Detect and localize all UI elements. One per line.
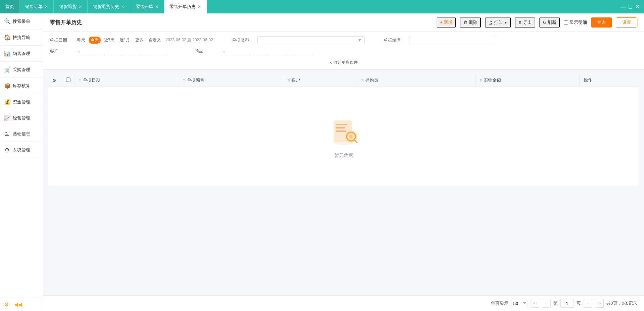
filter-area: 单据日期 昨天 今天 近7天 近1月 更多 自定义 2023-06-02 至 2… xyxy=(43,32,644,70)
settings-button[interactable]: 设置 xyxy=(616,17,637,28)
date-option-more[interactable]: 更多 xyxy=(133,37,145,44)
sidebar-item-nav[interactable]: 🏠 快捷导航 xyxy=(0,30,43,46)
sidebar-item-system[interactable]: ⚙ 系统管理 xyxy=(0,142,43,158)
date-option-1month[interactable]: 近1月 xyxy=(118,37,132,44)
tab-retail-order-label: 零售开单 xyxy=(136,4,153,10)
finance-icon: 💰 xyxy=(4,99,10,105)
display-detail-checkbox[interactable] xyxy=(564,20,568,25)
per-page-label: 每页显示 xyxy=(491,300,508,306)
nav-tabs: 首页 销售订单 ✕ 销货退货 ✕ 销货退货历史 ✕ 零售开单 ✕ 零售开单历史 … xyxy=(0,0,207,13)
sidebar-settings-button[interactable]: ⚙ xyxy=(4,301,9,308)
sidebar-item-inventory[interactable]: 📦 库存核算 xyxy=(0,78,43,94)
th-customer[interactable]: 客户 xyxy=(283,74,357,87)
print-dropdown-icon: ▼ xyxy=(504,21,507,24)
date-option-custom[interactable]: 自定义 xyxy=(147,37,163,44)
maximize-button[interactable]: □ xyxy=(629,4,632,10)
date-option-today[interactable]: 今天 xyxy=(89,37,101,44)
sidebar-item-finance[interactable]: 💰 资金管理 xyxy=(0,94,43,110)
tab-retail-order[interactable]: 零售开单 ✕ xyxy=(130,0,164,13)
inventory-icon: 📦 xyxy=(4,83,10,89)
empty-state: 暂无数据 xyxy=(48,87,639,186)
tab-retail-order-history[interactable]: 零售开单历史 ✕ xyxy=(164,0,207,13)
empty-icon xyxy=(327,114,360,147)
sidebar-bottom: ⚙ ◀◀ xyxy=(0,298,43,311)
date-option-7days[interactable]: 近7天 xyxy=(102,37,116,44)
svg-rect-3 xyxy=(336,127,345,128)
new-button[interactable]: + 新增 xyxy=(437,17,456,28)
th-checkbox[interactable] xyxy=(62,74,75,87)
tab-sales-order-close[interactable]: ✕ xyxy=(45,4,48,9)
per-page-select[interactable]: 50 10 20 100 xyxy=(511,300,528,307)
main-layout: 🔍 搜索采单 🏠 快捷导航 📊 销售管理 🛒 采购管理 📦 库存核算 💰 资金管… xyxy=(0,13,644,311)
svg-rect-2 xyxy=(336,124,347,125)
system-icon: ⚙ xyxy=(4,147,10,153)
basic-info-icon: 🗂 xyxy=(4,131,10,137)
print-icon: 🖨 xyxy=(488,20,493,25)
display-detail-checkbox-label[interactable]: 显示明细 xyxy=(564,19,587,25)
minimize-button[interactable]: — xyxy=(620,4,626,10)
close-window-button[interactable]: ✕ xyxy=(635,4,640,10)
next-page-button[interactable]: › xyxy=(584,299,592,308)
sidebar-item-basic-info[interactable]: 🗂 基础信息 xyxy=(0,126,43,142)
th-number[interactable]: 单据编号 xyxy=(179,74,283,87)
type-select-chevron-icon: ▼ xyxy=(358,38,362,43)
empty-text: 暂无数据 xyxy=(334,153,353,159)
print-button[interactable]: 🖨 🖨 打印 打印 ▼ xyxy=(485,17,511,28)
refresh-button[interactable]: ↻ 刷新 xyxy=(539,17,560,28)
tab-sales-return-history-label: 销货退货历史 xyxy=(93,4,119,10)
refresh-icon: ↻ xyxy=(543,20,546,25)
date-option-yesterday[interactable]: 昨天 xyxy=(75,37,87,44)
goods-input[interactable] xyxy=(220,48,314,54)
tab-sales-return[interactable]: 销货退货 ✕ xyxy=(54,0,88,13)
select-all-checkbox[interactable] xyxy=(66,77,70,82)
query-button[interactable]: 查询 xyxy=(591,17,612,28)
prev-page-button[interactable]: ‹ xyxy=(542,299,551,308)
sales-icon: 📊 xyxy=(4,50,10,57)
sidebar-item-operations-label: 经营管理 xyxy=(13,115,30,121)
th-guide[interactable]: 导购员 xyxy=(357,74,446,87)
sidebar-item-nav-label: 快捷导航 xyxy=(13,35,30,41)
customer-input[interactable] xyxy=(75,48,169,54)
tab-retail-order-history-label: 零售开单历史 xyxy=(169,4,196,10)
th-amount[interactable]: 实销金额 xyxy=(475,74,580,87)
tab-home[interactable]: 首页 xyxy=(0,0,20,13)
collapse-more-button[interactable]: ∧ 收起更多条件 xyxy=(50,58,637,65)
data-table: ⚙ 单据日期 单据编号 客户 导购员 实销金额 操作 xyxy=(48,74,639,186)
tab-retail-order-history-close[interactable]: ✕ xyxy=(198,4,201,9)
first-page-button[interactable]: ≪ xyxy=(531,299,539,308)
sidebar-item-finance-label: 资金管理 xyxy=(13,99,30,105)
date-options: 昨天 今天 近7天 近1月 更多 自定义 2023-06-02 至 2023-0… xyxy=(75,37,213,44)
sidebar-collapse-button[interactable]: ◀◀ xyxy=(14,301,22,308)
sidebar-item-operations[interactable]: 📈 经营管理 xyxy=(0,110,43,126)
delete-button[interactable]: 🗑 删除 xyxy=(460,17,481,28)
tab-sales-return-history-close[interactable]: ✕ xyxy=(121,4,125,9)
page-title: 零售开单历史 xyxy=(50,19,82,26)
page-header: 零售开单历史 + 新增 🗑 删除 🖨 🖨 打印 打印 ▼ ⬆ 导出 xyxy=(43,13,644,32)
export-button[interactable]: ⬆ 导出 xyxy=(515,17,535,28)
tab-sales-order[interactable]: 销售订单 ✕ xyxy=(20,0,54,13)
th-date[interactable]: 单据日期 xyxy=(75,74,179,87)
tab-sales-return-label: 销货退货 xyxy=(59,4,77,10)
type-select[interactable]: ▼ xyxy=(257,36,365,44)
last-page-button[interactable]: ≫ xyxy=(595,299,604,308)
number-input[interactable] xyxy=(409,36,496,44)
tab-sales-return-history[interactable]: 销货退货历史 ✕ xyxy=(88,0,130,13)
collapse-label: 收起更多条件 xyxy=(334,60,358,65)
th-settings[interactable]: ⚙ xyxy=(48,74,62,87)
tab-sales-return-close[interactable]: ✕ xyxy=(79,4,82,9)
customer-label: 客户 xyxy=(50,48,70,54)
window-controls: — □ ✕ xyxy=(620,4,644,10)
sidebar-item-purchase[interactable]: 🛒 采购管理 xyxy=(0,62,43,78)
th-action: 操作 xyxy=(580,74,639,87)
sidebar-item-purchase-label: 采购管理 xyxy=(13,67,30,73)
export-label: 导出 xyxy=(523,19,532,25)
filter-row-1: 单据日期 昨天 今天 近7天 近1月 更多 自定义 2023-06-02 至 2… xyxy=(50,36,637,44)
number-label: 单据编号 xyxy=(384,37,404,43)
sidebar-item-sales[interactable]: 📊 销售管理 xyxy=(0,46,43,62)
tab-retail-order-close[interactable]: ✕ xyxy=(155,4,158,9)
collapse-icon: ∧ xyxy=(329,60,332,65)
sidebar: 🔍 搜索采单 🏠 快捷导航 📊 销售管理 🛒 采购管理 📦 库存核算 💰 资金管… xyxy=(0,13,43,311)
sidebar-item-search[interactable]: 🔍 搜索采单 xyxy=(0,13,43,30)
pagination-bar: 每页显示 50 10 20 100 ≪ ‹ 第 页 › ≫ 共0页，0条记录 xyxy=(43,295,644,311)
page-number-input[interactable] xyxy=(560,299,574,308)
